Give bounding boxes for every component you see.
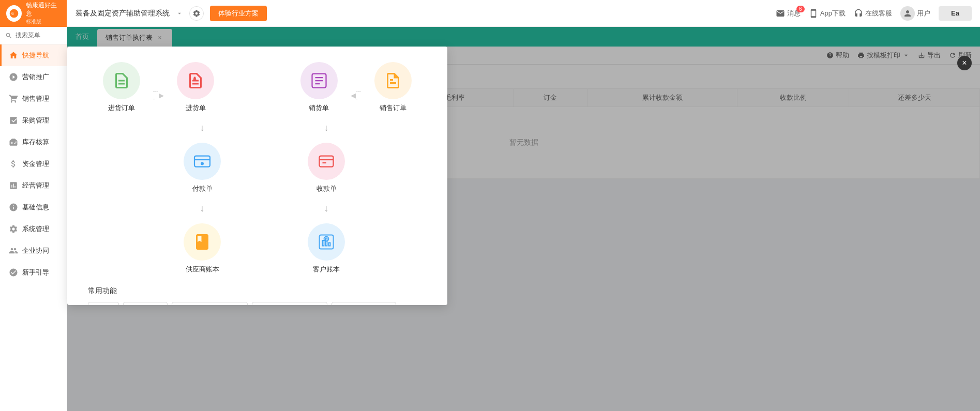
func-btn-4[interactable]: 销售毛利分析表 (331, 302, 396, 305)
app-name: 畅康通好生意 (26, 2, 61, 18)
online-service-label: 在线客服 (865, 9, 892, 18)
sidebar-item-label-basic-info: 基础信息 (22, 203, 49, 212)
message-badge: 6 (796, 6, 805, 12)
modal-overlay: 进货订单 - - - - ▶ 进货单 (67, 27, 980, 411)
down-arrow-payment-bill: ↓ (200, 204, 205, 213)
user-avatar (900, 6, 915, 21)
trial-button[interactable]: 体验行业方案 (210, 6, 267, 21)
app-subtitle: 标准版 (26, 18, 61, 25)
flow-circle-customer-ledger (308, 223, 345, 261)
func-btn-1[interactable]: 往来单位 (123, 302, 168, 305)
sidebar-item-finance[interactable]: 资金管理 (0, 153, 67, 175)
sidebar-item-label-operation: 经营管理 (22, 181, 49, 190)
flow-item-sales-bill[interactable]: 销货单 (285, 62, 352, 113)
flow-item-sales-order[interactable]: 销售订单 (360, 62, 427, 113)
flow-label-purchase-order: 进货订单 (108, 103, 135, 113)
app-download-label: App下载 (820, 9, 846, 18)
search-menu-label: 搜索菜单 (16, 31, 40, 40)
flow-label-sales-bill: 销货单 (309, 103, 329, 113)
flow-item-purchase-order[interactable]: 进货订单 (88, 62, 155, 113)
sidebar-logo: 6 畅康通好生意 标准版 (0, 0, 67, 27)
quick-nav-modal: 进货订单 - - - - ▶ 进货单 (67, 47, 447, 305)
sidebar-item-guide[interactable]: 新手引导 (0, 262, 67, 283)
sidebar-item-label-finance: 资金管理 (22, 159, 49, 169)
ea-label: Ea (939, 6, 972, 21)
flow-row-3: 供应商账本 客户账本 (88, 223, 427, 274)
message-button[interactable]: 消息 6 (776, 9, 801, 18)
sidebar-item-inventory[interactable]: 库存核算 (0, 131, 67, 153)
flow-row-2: 付款单 收款单 (88, 143, 427, 193)
sidebar-item-label-cooperation: 企业协同 (22, 246, 49, 255)
flow-label-purchase-bill: 进货单 (186, 103, 206, 113)
func-btn-3[interactable]: 现存量(库存分布表) (252, 302, 328, 305)
sidebar-item-purchase[interactable]: 采购管理 (0, 110, 67, 131)
down-arrow-row-1: ↓ ↓ (88, 123, 427, 132)
flow-item-supplier-ledger[interactable]: 供应商账本 (169, 223, 236, 274)
common-functions-title: 常用功能 (88, 286, 427, 296)
svg-point-6 (324, 237, 329, 241)
flow-circle-purchase-bill (177, 62, 214, 99)
logo-icon: 6 (6, 5, 22, 22)
sidebar-item-label-sales: 销售管理 (22, 94, 49, 103)
func-btn-0[interactable]: 商品 (88, 302, 119, 305)
flow-circle-supplier-ledger (184, 223, 221, 261)
flow-label-receipt-bill: 收款单 (316, 184, 337, 193)
sidebar-item-quick-nav[interactable]: 快捷导航 (0, 44, 67, 66)
online-service-button[interactable]: 在线客服 (854, 9, 892, 18)
flow-label-customer-ledger: 客户账本 (313, 265, 340, 274)
svg-rect-5 (320, 156, 334, 167)
sidebar-item-operation[interactable]: 经营管理 (0, 175, 67, 196)
common-functions-grid: 商品 往来单位 现存量(库存状况表) 现存量(库存分布表) 销售毛利分析表 商品… (88, 302, 427, 305)
sidebar-item-label-guide: 新手引导 (22, 268, 49, 277)
sidebar-item-basic-info[interactable]: 基础信息 (0, 196, 67, 218)
settings-button[interactable] (189, 6, 204, 21)
down-arrow-purchase-bill: ↓ (200, 123, 205, 132)
sidebar-item-label-system: 系统管理 (22, 224, 49, 234)
flow-label-sales-order: 销售订单 (380, 103, 406, 113)
flow-circle-receipt-bill (308, 143, 345, 180)
sidebar: 6 畅康通好生意 标准版 搜索菜单 快捷导航 营销推广 销售管理 采购管理 库存… (0, 0, 67, 411)
func-btn-2[interactable]: 现存量(库存状况表) (172, 302, 248, 305)
flow-container: 进货订单 - - - - ▶ 进货单 (88, 62, 427, 274)
flow-circle-sales-order (374, 62, 412, 99)
down-arrow-receipt-bill: ↓ (324, 204, 329, 213)
system-title: 装备及固定资产辅助管理系统 (76, 9, 170, 18)
flow-circle-payment-bill (184, 143, 221, 180)
flow-item-purchase-bill[interactable]: 进货单 (162, 62, 229, 113)
sidebar-item-system[interactable]: 系统管理 (0, 218, 67, 240)
flow-row-1: 进货订单 - - - - ▶ 进货单 (88, 62, 427, 113)
sidebar-nav: 快捷导航 营销推广 销售管理 采购管理 库存核算 资金管理 经营管理 基础信息 (0, 44, 67, 411)
svg-point-0 (10, 9, 19, 18)
flow-label-supplier-ledger: 供应商账本 (186, 265, 219, 274)
svg-point-4 (201, 162, 204, 165)
sidebar-item-sales[interactable]: 销售管理 (0, 88, 67, 110)
flow-circle-sales-bill (300, 62, 338, 99)
app-download-button[interactable]: App下载 (809, 9, 846, 18)
flow-label-payment-bill: 付款单 (192, 184, 213, 193)
sidebar-item-label-marketing: 营销推广 (22, 72, 49, 82)
flow-item-customer-ledger[interactable]: 客户账本 (293, 223, 360, 274)
system-dropdown[interactable] (176, 10, 183, 17)
common-functions-section: 常用功能 商品 往来单位 现存量(库存状况表) 现存量(库存分布表) 销售毛利分… (88, 286, 427, 305)
main-header: 装备及固定资产辅助管理系统 体验行业方案 消息 6 App下载 在线客服 用户 … (67, 0, 980, 27)
sidebar-item-label-purchase: 采购管理 (22, 116, 49, 125)
sidebar-item-label-quick-nav: 快捷导航 (22, 51, 49, 60)
sidebar-item-cooperation[interactable]: 企业协同 (0, 240, 67, 262)
down-arrow-row-2: ↓ ↓ (88, 204, 427, 213)
down-arrow-sales-bill: ↓ (324, 123, 329, 132)
user-label: 用户 (917, 9, 930, 18)
sidebar-item-label-inventory: 库存核算 (22, 138, 49, 147)
search-menu[interactable]: 搜索菜单 (0, 27, 67, 44)
svg-text:6: 6 (11, 11, 14, 16)
modal-close-button[interactable]: × (957, 56, 972, 70)
user-avatar-button[interactable]: 用户 (900, 6, 930, 21)
header-right: 消息 6 App下载 在线客服 用户 Ea (776, 6, 972, 21)
flow-item-receipt-bill[interactable]: 收款单 (293, 143, 360, 193)
sidebar-item-marketing[interactable]: 营销推广 (0, 66, 67, 88)
flow-circle-purchase-order (103, 62, 140, 99)
flow-item-payment-bill[interactable]: 付款单 (169, 143, 236, 193)
